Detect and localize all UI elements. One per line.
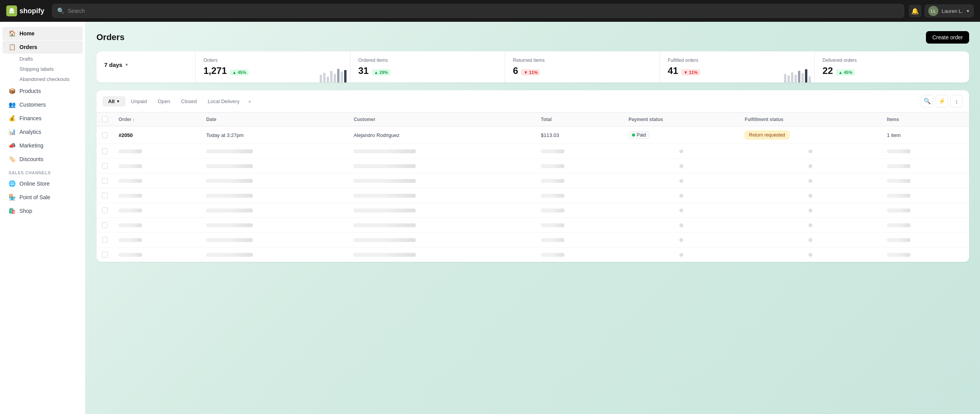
tab-open[interactable]: Open <box>152 96 176 107</box>
sidebar-item-abandoned-checkouts[interactable]: Abandoned checkouts <box>2 74 83 84</box>
skeleton <box>354 149 416 153</box>
row-checkbox[interactable] <box>102 178 108 184</box>
skeleton <box>679 179 683 183</box>
stat-value-returned-items: 6 <box>513 65 518 76</box>
sidebar-item-shop[interactable]: 🛍️ Shop <box>2 204 83 218</box>
layout: 🏠 Home 📋 Orders Drafts Shipping labels A… <box>0 22 980 414</box>
sidebar-item-online-store[interactable]: 🌐 Online Store <box>2 177 83 190</box>
row-checkbox[interactable] <box>102 222 108 228</box>
table-row <box>96 144 969 159</box>
th-date: Date <box>201 112 348 126</box>
row-checkbox[interactable] <box>102 193 108 198</box>
sidebar-item-discounts[interactable]: 🏷️ Discounts <box>2 153 83 166</box>
logo[interactable]: shopify <box>6 5 44 16</box>
sidebar-item-label: Point of Sale <box>19 194 50 200</box>
skeleton <box>679 149 683 153</box>
row-checkbox[interactable] <box>102 237 108 243</box>
svg-rect-15 <box>802 73 804 82</box>
tab-closed[interactable]: Closed <box>176 96 202 107</box>
order-id-cell: #2050 <box>113 126 201 144</box>
stat-card-ordered-items: Ordered items 31 ▲ 29% <box>350 51 505 82</box>
sidebar-item-orders[interactable]: 📋 Orders <box>2 40 83 54</box>
sidebar-item-finances[interactable]: 💰 Finances <box>2 112 83 125</box>
orders-table: Order ↕ Date Customer Total Payment stat… <box>96 112 969 262</box>
skeleton <box>887 194 910 198</box>
th-order[interactable]: Order ↕ <box>113 112 201 126</box>
svg-rect-11 <box>788 75 790 82</box>
orders-table-card: All ▼ Unpaid Open Closed Local Delivery … <box>96 90 969 262</box>
sidebar-item-home[interactable]: 🏠 Home <box>2 27 83 40</box>
skeleton <box>679 164 683 168</box>
user-name: Lauren L. <box>942 8 963 14</box>
skeleton <box>354 194 416 198</box>
svg-rect-13 <box>794 75 797 82</box>
skeleton <box>887 238 910 242</box>
avatar: LL <box>928 6 938 16</box>
stat-badge-delivered-orders: ▲ 45% <box>836 69 855 75</box>
sidebar-item-point-of-sale[interactable]: 🏪 Point of Sale <box>2 191 83 204</box>
row-checkbox[interactable] <box>102 252 108 258</box>
sidebar-item-label: Analytics <box>19 129 41 135</box>
skeleton <box>679 194 683 198</box>
search-table-button[interactable]: 🔍 <box>921 95 933 107</box>
sidebar-item-customers[interactable]: 👥 Customers <box>2 98 83 111</box>
select-all-checkbox[interactable] <box>102 116 108 122</box>
search-bar[interactable]: 🔍 Search <box>52 4 904 18</box>
sidebar-item-label: Discounts <box>19 156 43 162</box>
table-row <box>96 233 969 247</box>
skeleton <box>679 223 683 227</box>
svg-rect-12 <box>791 72 793 82</box>
sidebar-item-analytics[interactable]: 📊 Analytics <box>2 125 83 139</box>
sales-channels-label: Sales channels <box>0 167 85 177</box>
table-header: Order ↕ Date Customer Total Payment stat… <box>96 112 969 126</box>
period-selector[interactable]: 7 days ▼ <box>96 51 196 82</box>
items-cell: 1 item <box>882 126 969 144</box>
skeleton <box>541 238 564 242</box>
sidebar-item-shipping-labels[interactable]: Shipping labels <box>2 64 83 74</box>
stat-value-orders: 1,271 <box>203 65 227 76</box>
row-checkbox[interactable] <box>102 207 108 213</box>
sidebar-item-marketing[interactable]: 📣 Marketing <box>2 139 83 152</box>
stat-label-delivered-orders: Delivered orders <box>822 58 961 63</box>
stat-badge-returned-items: ▼ 11% <box>521 69 540 75</box>
svg-point-0 <box>10 11 11 12</box>
sidebar: 🏠 Home 📋 Orders Drafts Shipping labels A… <box>0 22 86 414</box>
table-row <box>96 188 969 203</box>
payment-status-badge: Paid <box>628 131 649 139</box>
tab-all[interactable]: All ▼ <box>103 96 126 107</box>
svg-rect-16 <box>805 69 807 82</box>
row-checkbox[interactable] <box>102 163 108 169</box>
skeleton <box>808 179 812 183</box>
stat-label-fulfilled-orders: Fulfilled orders <box>668 58 807 63</box>
sidebar-item-drafts[interactable]: Drafts <box>2 54 83 64</box>
shop-icon: 🛍️ <box>9 207 16 214</box>
skeleton <box>206 253 253 257</box>
sort-button[interactable]: ↕ <box>950 95 963 107</box>
skeleton <box>119 149 142 153</box>
customer-cell: Alejandro Rodriguez <box>348 126 535 144</box>
sidebar-item-products[interactable]: 📦 Products <box>2 84 83 98</box>
user-menu[interactable]: LL Lauren L. ▼ <box>924 4 974 18</box>
table-row <box>96 247 969 262</box>
stat-label-returned-items: Returned items <box>513 58 652 63</box>
row-checkbox[interactable] <box>102 148 108 154</box>
skeleton <box>119 164 142 168</box>
skeleton <box>808 238 812 242</box>
tab-unpaid[interactable]: Unpaid <box>126 96 152 107</box>
tab-local-delivery[interactable]: Local Delivery <box>202 96 245 107</box>
svg-rect-17 <box>808 76 811 82</box>
logo-icon <box>6 5 17 16</box>
svg-rect-6 <box>334 74 336 82</box>
home-icon: 🏠 <box>9 30 16 37</box>
filter-button[interactable]: ⚡ <box>936 95 948 107</box>
add-tab-button[interactable]: + <box>245 96 255 107</box>
skeleton <box>541 149 564 153</box>
th-payment-status: Payment status <box>623 112 739 126</box>
row-checkbox[interactable] <box>102 132 108 138</box>
order-link[interactable]: #2050 <box>119 132 133 138</box>
skeleton <box>541 164 564 168</box>
orders-chart <box>319 67 350 82</box>
create-order-button[interactable]: Create order <box>926 31 969 44</box>
bell-icon[interactable]: 🔔 <box>909 5 921 17</box>
table-row <box>96 218 969 233</box>
